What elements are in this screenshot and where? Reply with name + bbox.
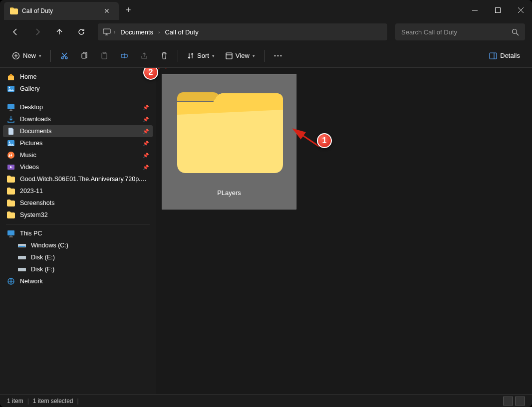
divider — [6, 224, 150, 224]
scissors-icon — [60, 52, 68, 60]
folder-item-players[interactable]: PLayers — [162, 74, 296, 209]
home-icon — [7, 73, 15, 81]
svg-rect-0 — [495, 7, 500, 12]
folder-icon — [7, 175, 15, 183]
sidebar-item-network[interactable]: Network — [0, 275, 156, 287]
svg-point-13 — [280, 55, 282, 56]
sidebar-item-documents[interactable]: Documents 📌 — [3, 125, 153, 137]
view-button[interactable]: View ▾ — [221, 47, 260, 64]
sidebar-item-drive-f[interactable]: Disk (F:) — [0, 263, 156, 275]
more-button[interactable] — [268, 47, 287, 64]
svg-point-4 — [61, 57, 63, 59]
content-area[interactable]: PLayers 1 2 — [156, 68, 532, 394]
view-list-button[interactable] — [503, 397, 513, 406]
documents-icon — [7, 127, 15, 135]
rename-button[interactable] — [115, 47, 134, 64]
status-count: 1 item — [7, 398, 23, 405]
svg-point-16 — [9, 87, 10, 89]
sidebar-item-gallery[interactable]: Gallery — [0, 83, 156, 95]
search-input[interactable] — [401, 28, 512, 36]
pin-icon: 📌 — [143, 129, 149, 134]
svg-point-2 — [513, 29, 517, 33]
new-button[interactable]: New ▾ — [7, 47, 46, 64]
annotation-badge-2: 2 — [143, 68, 158, 80]
chevron-right-icon: › — [114, 29, 115, 35]
svg-rect-6 — [82, 53, 86, 58]
sidebar-item-folder[interactable]: System32 — [0, 209, 156, 221]
sort-button[interactable]: Sort ▾ — [182, 47, 220, 64]
minimize-button[interactable] — [463, 0, 486, 20]
details-button[interactable]: Details — [484, 47, 525, 64]
title-bar: Call of Duty ✕ + — [0, 0, 532, 20]
window-tab[interactable]: Call of Duty ✕ — [4, 2, 119, 20]
annotation-arrow-2 — [157, 68, 177, 71]
search-icon[interactable] — [512, 28, 519, 36]
search-bar[interactable] — [395, 23, 525, 40]
view-icon — [226, 52, 233, 59]
tab-close-button[interactable]: ✕ — [101, 6, 113, 16]
pin-icon: 📌 — [143, 141, 149, 146]
folder-label: PLayers — [217, 189, 241, 197]
view-grid-button[interactable] — [515, 397, 525, 406]
status-bar: 1 item | 1 item selected | — [0, 394, 532, 407]
sidebar-item-downloads[interactable]: Downloads 📌 — [0, 113, 156, 125]
share-icon — [140, 52, 148, 60]
up-button[interactable] — [51, 23, 68, 40]
sidebar-item-folder[interactable]: Screenshots — [0, 197, 156, 209]
svg-point-5 — [65, 57, 67, 59]
ellipsis-icon — [274, 55, 282, 57]
network-icon — [7, 277, 15, 285]
cut-button[interactable] — [55, 47, 74, 64]
pin-icon: 📌 — [143, 153, 149, 158]
sidebar-item-thispc[interactable]: This PC — [0, 227, 156, 239]
new-tab-button[interactable]: + — [119, 5, 138, 15]
desktop-icon — [7, 103, 15, 111]
folder-icon — [7, 211, 15, 219]
command-bar: New ▾ Sort ▾ View ▾ Details — [0, 44, 532, 68]
delete-button[interactable] — [155, 47, 174, 64]
refresh-button[interactable] — [73, 23, 90, 40]
sidebar-item-drive-e[interactable]: Disk (E:) — [0, 251, 156, 263]
copy-icon — [80, 52, 88, 60]
new-label: New — [23, 52, 36, 59]
sidebar-item-folder[interactable]: Good.Witch.S06E01.The.Anniversary.720p.A… — [0, 173, 156, 185]
paste-button[interactable] — [95, 47, 114, 64]
breadcrumb-documents[interactable]: Documents — [118, 27, 155, 37]
chevron-down-icon: ▾ — [253, 53, 255, 58]
navigation-bar: › Documents › Call of Duty — [0, 20, 532, 44]
svg-rect-10 — [226, 53, 232, 59]
sidebar-item-drive-c[interactable]: Windows (C:) — [0, 239, 156, 251]
sidebar-item-pictures[interactable]: Pictures 📌 — [0, 137, 156, 149]
chevron-down-icon: ▾ — [39, 53, 41, 58]
drive-icon — [18, 265, 26, 273]
sidebar-item-music[interactable]: Music 📌 — [0, 149, 156, 161]
svg-rect-24 — [18, 246, 25, 247]
breadcrumb-current[interactable]: Call of Duty — [163, 27, 200, 37]
pictures-icon — [7, 139, 15, 147]
forward-button[interactable] — [29, 23, 46, 40]
sidebar-item-videos[interactable]: Videos 📌 — [0, 161, 156, 173]
address-bar[interactable]: › Documents › Call of Duty — [98, 23, 387, 40]
sidebar-item-desktop[interactable]: Desktop 📌 — [0, 101, 156, 113]
back-button[interactable] — [7, 23, 24, 40]
svg-point-12 — [277, 55, 279, 56]
divider — [264, 50, 265, 62]
svg-rect-25 — [18, 256, 26, 259]
maximize-button[interactable] — [486, 0, 509, 20]
svg-rect-22 — [7, 230, 14, 235]
sort-label: Sort — [197, 52, 209, 59]
share-button[interactable] — [135, 47, 154, 64]
gallery-icon — [7, 85, 15, 93]
sidebar-item-folder[interactable]: 2023-11 — [0, 185, 156, 197]
divider: | — [77, 398, 79, 405]
svg-rect-14 — [490, 53, 497, 59]
view-label: View — [236, 52, 250, 59]
sidebar-item-home[interactable]: Home — [0, 71, 156, 83]
close-button[interactable] — [509, 0, 532, 20]
tab-title: Call of Duty — [22, 7, 97, 14]
folder-icon — [10, 7, 18, 14]
divider — [6, 98, 150, 98]
divider: | — [27, 398, 29, 405]
chevron-down-icon: ▾ — [212, 53, 215, 58]
copy-button[interactable] — [75, 47, 94, 64]
